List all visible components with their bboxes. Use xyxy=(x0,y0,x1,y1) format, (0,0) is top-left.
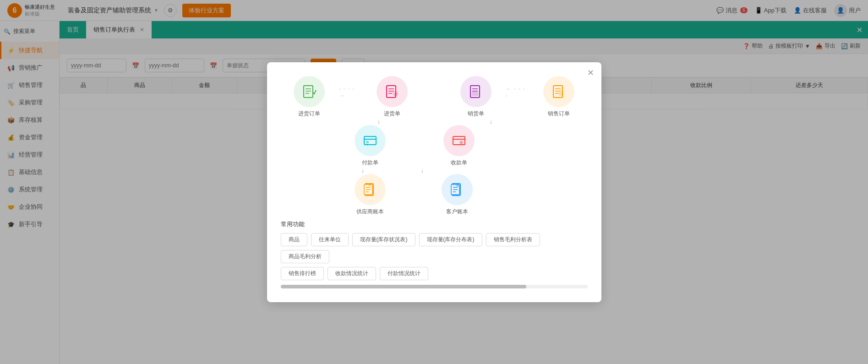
payment-icon: ¥ xyxy=(355,125,386,156)
svg-text:✓: ✓ xyxy=(394,92,398,97)
func-btn-partner[interactable]: 往来单位 xyxy=(311,233,349,246)
svg-rect-13 xyxy=(472,92,478,96)
sales-order-label: 销售订单 xyxy=(548,110,570,118)
sales-order-icon xyxy=(543,76,574,107)
func-btn-row-1: 商品 往来单位 现存量(库存状况表) 现存量(库存分布表) 销售毛利分析表 商品… xyxy=(281,233,588,263)
purchase-order-icon xyxy=(294,76,325,107)
flow-node-purchase-order: 进货订单 xyxy=(281,76,338,118)
modal-overlay[interactable]: ✕ 进货订单 - - - - → ✓ 进货单 xyxy=(0,0,868,364)
svg-rect-19 xyxy=(364,136,376,145)
sales-bill-label: 销货单 xyxy=(468,110,484,118)
purchase-order-label: 进货订单 xyxy=(298,110,320,118)
func-btn-sales-rank[interactable]: 销售排行榜 xyxy=(281,267,324,280)
receipt-icon: ¥ xyxy=(443,125,475,156)
svg-rect-18 xyxy=(559,92,563,96)
flow-diagram: 进货订单 - - - - → ✓ 进货单 xyxy=(281,76,588,216)
flow-node-payment: ¥ 付款单 xyxy=(340,125,400,167)
modal-scrollbar-thumb xyxy=(281,285,526,288)
flow-node-customer-account: 客户账本 xyxy=(427,174,487,216)
common-func-title: 常用功能 xyxy=(281,220,588,228)
sales-bill-icon xyxy=(460,76,491,107)
arrow-v3: ↓ xyxy=(340,167,371,174)
arrow-v4: ↓ xyxy=(400,167,431,174)
func-btn-sales-profit[interactable]: 销售毛利分析表 xyxy=(486,233,540,246)
customer-account-label: 客户账本 xyxy=(446,208,468,216)
func-btn-product-profit[interactable]: 商品毛利分析 xyxy=(281,250,329,263)
arrow-v1: ↓ xyxy=(356,118,388,125)
common-functions: 常用功能 商品 往来单位 现存量(库存状况表) 现存量(库存分布表) 销售毛利分… xyxy=(281,220,588,280)
svg-text:¥: ¥ xyxy=(366,142,369,147)
func-btn-stock-dist[interactable]: 现存量(库存分布表) xyxy=(419,233,482,246)
arrow-v2: ↓ xyxy=(469,118,500,125)
receipt-label: 收款单 xyxy=(451,159,467,167)
supplier-account-icon xyxy=(355,174,386,205)
arrow-h2: ← - - - - xyxy=(506,85,530,108)
func-btn-row-2: 销售排行榜 收款情况统计 付款情况统计 xyxy=(281,267,588,280)
svg-rect-32 xyxy=(369,183,371,186)
flow-node-purchase-bill: ✓ 进货单 xyxy=(363,76,420,118)
func-btn-receipt-stats[interactable]: 收款情况统计 xyxy=(328,267,376,280)
func-btn-stock-status[interactable]: 现存量(库存状况表) xyxy=(352,233,415,246)
payment-label: 付款单 xyxy=(362,159,378,167)
flow-node-supplier-account: 供应商账本 xyxy=(340,174,400,216)
svg-point-38 xyxy=(456,184,459,187)
flow-node-receipt: ¥ 收款单 xyxy=(429,125,489,167)
modal-scrollbar[interactable] xyxy=(281,285,588,288)
flow-node-sales-order: 销售订单 xyxy=(530,76,587,118)
flow-node-sales-bill: 销货单 xyxy=(447,76,504,118)
supplier-account-label: 供应商账本 xyxy=(356,208,384,216)
func-btn-product[interactable]: 商品 xyxy=(281,233,307,246)
svg-text:¥: ¥ xyxy=(460,141,463,145)
purchase-bill-icon: ✓ xyxy=(377,76,408,107)
purchase-bill-label: 进货单 xyxy=(384,110,400,118)
modal: ✕ 进货订单 - - - - → ✓ 进货单 xyxy=(267,62,601,302)
customer-account-icon xyxy=(442,174,473,205)
arrow-h1: - - - - → xyxy=(339,85,363,108)
svg-rect-0 xyxy=(304,86,313,98)
modal-close-btn[interactable]: ✕ xyxy=(587,68,594,78)
func-btn-payment-stats[interactable]: 付款情况统计 xyxy=(380,267,428,280)
